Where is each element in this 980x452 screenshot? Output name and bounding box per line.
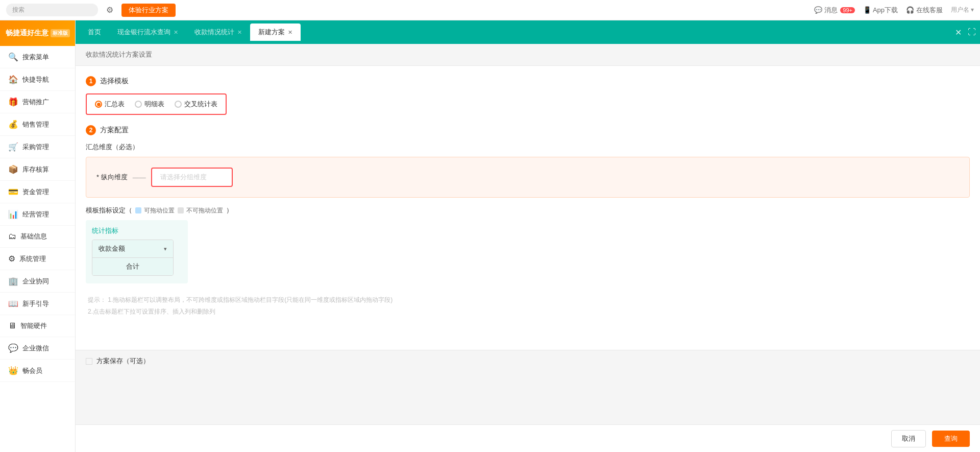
hint-2: 2.点击标题栏下拉可设置排序、插入列和删除列 — [88, 307, 968, 316]
gear-icon[interactable]: ⚙ — [106, 5, 113, 15]
movable-dot — [135, 207, 141, 213]
sidebar-item-member[interactable]: 👑 畅会员 — [0, 360, 75, 382]
monitor-icon: 🖥 — [8, 321, 16, 330]
step2-num: 2 — [86, 125, 96, 135]
step2-header: 2 方案配置 — [86, 125, 970, 135]
sidebar-label: 营销推广 — [22, 98, 49, 107]
hint-1: 提示： 1.拖动标题栏可以调整布局，不可跨维度或指标区域拖动栏目字段(只能在同一… — [88, 296, 968, 304]
save-checkbox[interactable] — [86, 358, 92, 365]
sidebar-label: 搜索菜单 — [22, 53, 49, 62]
trial-btn[interactable]: 体验行业方案 — [121, 4, 176, 17]
tab-bank-flow[interactable]: 现金银行流水查询 ✕ — [109, 23, 186, 41]
sidebar-label: 企业协同 — [22, 277, 49, 286]
metric-header[interactable]: 收款金额 ▾ — [92, 240, 173, 258]
sidebar-label: 畅会员 — [22, 366, 42, 375]
query-button[interactable]: 查询 — [932, 431, 970, 447]
chat-icon: 💬 — [8, 343, 18, 353]
book-icon: 📖 — [8, 299, 18, 308]
sidebar-item-purchase[interactable]: 🛒 采购管理 — [0, 136, 75, 158]
metric-body: 合计 — [92, 258, 173, 275]
sidebar-item-finance[interactable]: 💳 资金管理 — [0, 181, 75, 203]
sidebar-item-enterprise[interactable]: 🏢 企业协同 — [0, 270, 75, 293]
sidebar-item-operation[interactable]: 📊 经营管理 — [0, 203, 75, 226]
card-icon: 💳 — [8, 187, 18, 197]
service-btn[interactable]: 🎧 在线客服 — [906, 6, 943, 15]
app-badge: 标准版 — [51, 29, 70, 37]
metric-table: 收款金额 ▾ 合计 — [92, 240, 174, 276]
save-label: 方案保存（可选） — [96, 356, 150, 366]
sidebar-item-sales[interactable]: 💰 销售管理 — [0, 113, 75, 136]
user-avatar[interactable]: 用户名 ▾ — [951, 6, 974, 14]
sidebar-item-search-menu[interactable]: 🔍 搜索菜单 — [0, 46, 75, 68]
sidebar-item-guide[interactable]: 📖 新手引导 — [0, 293, 75, 315]
breadcrumb: 收款情况统计方案设置 — [86, 51, 152, 58]
sidebar-label: 企业微信 — [22, 344, 49, 353]
sidebar-label: 销售管理 — [22, 120, 49, 129]
sidebar-label: 基础信息 — [20, 232, 47, 241]
sidebar-item-marketing[interactable]: 🎁 营销推广 — [0, 91, 75, 113]
sidebar-item-inventory[interactable]: 📦 库存核算 — [0, 158, 75, 181]
msg-badge: 99+ — [840, 7, 855, 13]
metric-header-text: 收款金额 — [99, 244, 125, 253]
sidebar-label: 采购管理 — [22, 142, 49, 152]
tab-receipt-stat-close[interactable]: ✕ — [237, 29, 242, 36]
content-area: 首页 现金银行流水查询 ✕ 收款情况统计 ✕ 新建方案 ✕ ✕ ⛶ 收款情况统计… — [76, 20, 980, 452]
radio-detail-circle — [135, 101, 142, 108]
sidebar-item-quick-nav[interactable]: 🏠 快捷导航 — [0, 68, 75, 91]
chart-icon: 📊 — [8, 209, 18, 219]
sidebar-label: 库存核算 — [22, 165, 49, 174]
step2-title: 方案配置 — [100, 126, 129, 135]
radio-cross[interactable]: 交叉统计表 — [175, 100, 217, 109]
tab-bar-actions: ✕ ⛶ — [955, 28, 976, 37]
form-area: 1 选择模板 汇总表 明细表 — [76, 66, 980, 350]
step1-title: 选择模板 — [100, 77, 129, 86]
vertical-dim-label: * 纵向维度 — [96, 173, 128, 182]
main-layout: 畅捷通好生意 标准版 🔍 搜索菜单 🏠 快捷导航 🎁 营销推广 💰 销售管理 🛒… — [0, 20, 980, 452]
download-btn[interactable]: 📱 App下载 — [863, 6, 898, 15]
tab-bar: 首页 现金银行流水查询 ✕ 收款情况统计 ✕ 新建方案 ✕ ✕ ⛶ — [76, 20, 980, 44]
step1-header: 1 选择模板 — [86, 76, 970, 86]
home-icon: 🏠 — [8, 75, 18, 84]
sidebar-label: 快捷导航 — [22, 75, 49, 84]
radio-summary-circle — [95, 101, 102, 108]
sidebar-label: 经营管理 — [22, 210, 49, 219]
dim-select[interactable]: 请选择分组维度 — [151, 168, 233, 187]
step1-num: 1 — [86, 76, 96, 86]
tab-bank-flow-close[interactable]: ✕ — [174, 29, 178, 36]
sidebar-item-system[interactable]: ⚙ 系统管理 — [0, 248, 75, 270]
tab-receipt-stat[interactable]: 收款情况统计 ✕ — [186, 23, 250, 41]
box-icon: 📦 — [8, 164, 18, 174]
sidebar-item-wechat[interactable]: 💬 企业微信 — [0, 337, 75, 360]
hints-section: 提示： 1.拖动标题栏可以调整布局，不可跨维度或指标区域拖动栏目字段(只能在同一… — [86, 296, 970, 316]
search-box[interactable]: 搜索 — [6, 4, 98, 16]
system-icon: ⚙ — [8, 254, 15, 264]
close-window-icon[interactable]: ✕ — [955, 28, 962, 37]
step2-section: 2 方案配置 汇总维度（必选） * 纵向维度 —— 请选择分组维度 — [86, 125, 970, 329]
radio-detail[interactable]: 明细表 — [135, 100, 164, 109]
tab-new-plan[interactable]: 新建方案 ✕ — [250, 23, 301, 41]
template-selection-box: 汇总表 明细表 交叉统计表 — [86, 93, 227, 115]
sidebar-label: 资金管理 — [22, 187, 49, 197]
fixed-dot — [178, 207, 184, 213]
metrics-settings-label: 模板指标设定（ — [86, 206, 132, 215]
message-btn[interactable]: 💬 消息 99+ — [814, 6, 855, 15]
radio-summary[interactable]: 汇总表 — [95, 100, 125, 109]
sidebar-item-hardware[interactable]: 🖥 智能硬件 — [0, 315, 75, 337]
maximize-icon[interactable]: ⛶ — [968, 28, 976, 37]
tab-new-plan-close[interactable]: ✕ — [288, 29, 292, 36]
radio-detail-label: 明细表 — [144, 100, 164, 109]
save-section: 方案保存（可选） — [76, 350, 980, 372]
config-section: 汇总维度（必选） * 纵向维度 —— 请选择分组维度 模板指标设定（ — [86, 142, 970, 329]
logo: 畅捷通好生意 标准版 — [0, 20, 75, 46]
top-bar-left: 搜索 ⚙ 体验行业方案 — [6, 4, 176, 17]
radio-cross-circle — [175, 101, 182, 108]
building-icon: 🏢 — [8, 276, 18, 286]
fixed-label: 不可拖动位置 — [186, 206, 223, 215]
sidebar-label: 新手引导 — [22, 299, 49, 308]
msg-label: 消息 — [824, 6, 838, 14]
tab-home[interactable]: 首页 — [80, 23, 109, 41]
metrics-settings-row: 模板指标设定（ 可拖动位置 不可拖动位置 ） — [86, 206, 970, 215]
sidebar-item-basic[interactable]: 🗂 基础信息 — [0, 226, 75, 248]
cancel-button[interactable]: 取消 — [891, 430, 926, 447]
radio-summary-dot — [97, 103, 101, 106]
